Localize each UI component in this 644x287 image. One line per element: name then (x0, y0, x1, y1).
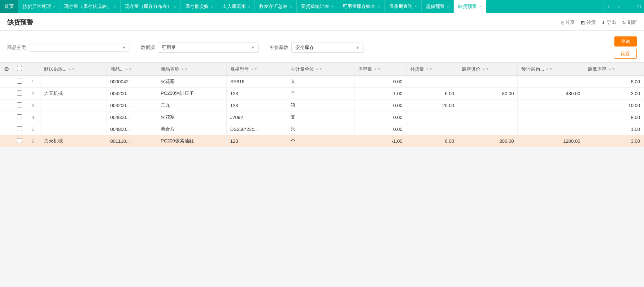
nav-scroll-left[interactable]: ‹ (604, 0, 614, 13)
nav-tab-1-close[interactable]: × (53, 4, 55, 9)
nav-tab-1[interactable]: 拣货异常处理 × (18, 0, 60, 13)
category-select[interactable]: ▼ (29, 44, 130, 52)
row-checkbox-5[interactable] (17, 138, 22, 143)
row-settings-cell (0, 100, 13, 111)
row-checkbox-4[interactable] (17, 126, 22, 131)
nav-tab-8[interactable]: 可用量库存账本 × (338, 0, 384, 13)
row-estimated-purchase (518, 100, 584, 111)
nav-tab-5-label: 出入库流水 (222, 3, 246, 10)
row-product-code: 801110... (106, 135, 157, 147)
row-latest-price (458, 76, 517, 88)
nav-tab-10[interactable]: 超储预警 × (422, 0, 454, 13)
th-spec[interactable]: 规格型号 ▲▼ (226, 63, 287, 76)
replenish-button[interactable]: ◩ 补货 (580, 19, 596, 26)
row-checkbox-cell (13, 100, 26, 111)
page-header: 缺货预警 ⎘ 分享 ◩ 补货 ⬇ 导出 ↻ 刷新 (0, 13, 644, 31)
row-unit: 个 (287, 135, 354, 147)
row-settings-cell (0, 76, 13, 88)
row-estimated-purchase: 480.00 (518, 88, 584, 100)
row-min-stock: 3.00 (584, 88, 644, 100)
sort-icon-stock: ▲▼ (374, 67, 381, 71)
table-container: ⚙ 默认供应... ▲▼ 商品... (0, 62, 644, 147)
th-checkbox (13, 63, 26, 76)
row-product-code: 004600... (106, 111, 157, 123)
nav-tab-home[interactable]: 首页 (0, 0, 18, 13)
nav-tab-2[interactable]: 现存量（库存状况表） × (60, 0, 120, 13)
nav-tab-4-close[interactable]: × (211, 4, 213, 9)
th-product-name[interactable]: 商品名称 ▲▼ (157, 63, 227, 76)
row-settings-cell (0, 88, 13, 100)
nav-tab-11-close[interactable]: × (479, 4, 481, 9)
settings-button[interactable]: 设置 (614, 49, 637, 59)
row-supplier (40, 76, 106, 88)
th-min-stock[interactable]: 最低库存 ▲▼ (584, 63, 644, 76)
nav-maximize[interactable]: □ (634, 0, 644, 13)
th-default-supplier[interactable]: 默认供应... ▲▼ (40, 63, 106, 76)
row-supplier: 力天机械 (40, 135, 106, 147)
row-checkbox-2[interactable] (17, 102, 22, 107)
select-all-checkbox[interactable] (17, 66, 22, 71)
sort-icon-replenish: ▲▼ (426, 67, 433, 71)
row-spec: 123 (226, 135, 287, 147)
nav-tab-2-close[interactable]: × (113, 4, 116, 9)
nav-tab-7[interactable]: 要货单统计表 × (297, 0, 338, 13)
refresh-button[interactable]: ↻ 刷新 (622, 19, 637, 26)
row-supplier (40, 111, 106, 123)
datasource-select[interactable]: 可用量 ▼ (158, 43, 259, 53)
row-spec: J7092 (226, 111, 287, 123)
th-product-code[interactable]: 商品... ▲▼ (106, 63, 157, 76)
th-stock[interactable]: 库存量 ▲▼ (354, 63, 406, 76)
th-replenish-qty[interactable]: 补货量 ▲▼ (406, 63, 458, 76)
nav-tab-6-close[interactable]: × (290, 4, 292, 9)
nav-tab-7-close[interactable]: × (331, 4, 334, 9)
row-checkbox-3[interactable] (17, 114, 22, 119)
sort-icon-min-stock: ▲▼ (608, 67, 615, 71)
category-select-arrow: ▼ (122, 45, 126, 50)
main-content: 缺货预警 ⎘ 分享 ◩ 补货 ⬇ 导出 ↻ 刷新 商品分类 (0, 13, 644, 147)
nav-minimize[interactable]: — (624, 0, 634, 13)
filter-actions: 查询 设置 (614, 36, 637, 59)
table-row: 3 004200... 三九 123 箱 0.00 20.00 10.00 (0, 100, 644, 111)
replenish-select[interactable]: 安全库存 ▼ (291, 43, 364, 53)
nav-tab-9[interactable]: 保质期查询 × (385, 0, 422, 13)
th-unit[interactable]: 主计量单位 ▲▼ (287, 63, 354, 76)
nav-tab-11[interactable]: 缺货预警 × (454, 0, 486, 13)
export-button[interactable]: ⬇ 导出 (601, 19, 616, 26)
th-index (26, 63, 40, 76)
share-button[interactable]: ⎘ 分享 (561, 19, 575, 26)
nav-tab-10-close[interactable]: × (447, 4, 449, 9)
sort-icon-unit: ▲▼ (316, 67, 323, 71)
nav-tab-7-label: 要货单统计表 (301, 3, 329, 10)
sort-icon-spec: ▲▼ (251, 67, 258, 71)
row-index: 6 (26, 135, 40, 147)
row-checkbox-0[interactable] (17, 79, 22, 84)
nav-tab-8-label: 可用量库存账本 (343, 3, 375, 10)
query-button[interactable]: 查询 (614, 36, 637, 47)
nav-tab-5[interactable]: 出入库流水 × (218, 0, 255, 13)
row-spec: 123 (226, 100, 287, 111)
row-estimated-purchase (518, 123, 584, 135)
nav-tab-3[interactable]: 现存量（库存分布表） × (121, 0, 181, 13)
nav-arrows: ‹ › — □ (604, 0, 644, 13)
table-row: 5 004800... 离合片 DS250*23c... 只 0.00 1.00 (0, 123, 644, 135)
th-settings: ⚙ (0, 63, 13, 76)
gear-icon[interactable]: ⚙ (4, 66, 9, 72)
row-checkbox-1[interactable] (17, 90, 22, 96)
th-latest-price[interactable]: 最新进价 ▲▼ (458, 63, 517, 76)
nav-tab-5-close[interactable]: × (248, 4, 250, 9)
nav-tab-9-close[interactable]: × (415, 4, 417, 9)
table-row: 6 力天机械 801110... PC200张紧油缸 123 个 -1.00 6… (0, 135, 644, 147)
table-header-row: ⚙ 默认供应... ▲▼ 商品... (0, 63, 644, 76)
row-product-code: 0000042 (106, 76, 157, 88)
row-settings-cell (0, 135, 13, 147)
nav-tab-3-close[interactable]: × (174, 4, 176, 9)
nav-tab-4[interactable]: 库存批次账 × (181, 0, 218, 13)
th-estimated-purchase[interactable]: 预计采购... ▲▼ (518, 63, 584, 76)
nav-scroll-right[interactable]: › (614, 0, 624, 13)
nav-tab-6[interactable]: 收发存汇总表 × (255, 0, 296, 13)
row-settings-cell (0, 111, 13, 123)
row-min-stock: 10.00 (584, 100, 644, 111)
replenish-filter-group: 补货基数 安全库存 ▼ (270, 43, 364, 53)
nav-tab-8-close[interactable]: × (378, 4, 380, 9)
row-index: 5 (26, 123, 40, 135)
